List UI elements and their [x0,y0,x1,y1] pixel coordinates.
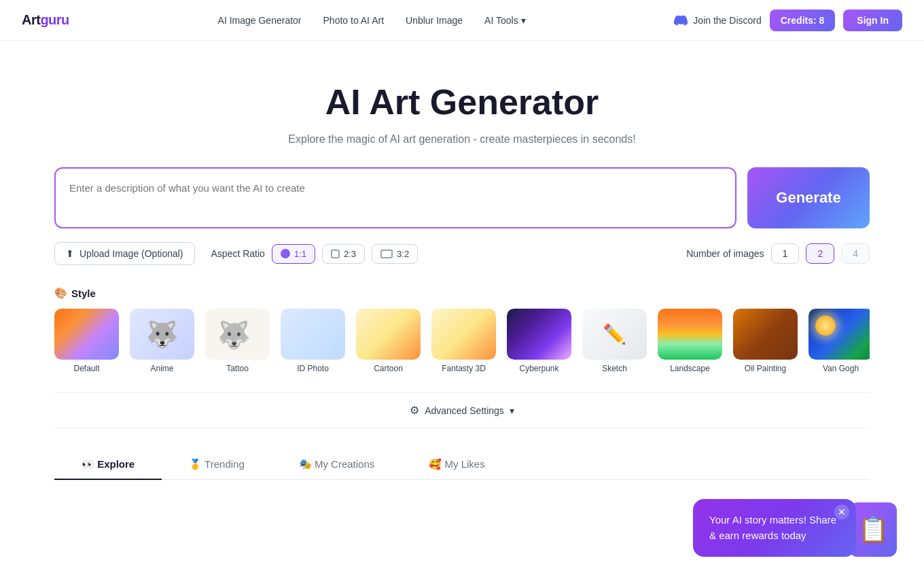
style-grid: Default 🐺 Anime 🐺 Tattoo ID Photo Cartoo… [54,309,870,376]
signin-button[interactable]: Sign In [843,10,902,31]
style-name-fantasy-3d: Fantasty 3D [431,364,496,373]
aspect-ratio-3-2[interactable]: 3:2 [372,244,418,264]
aspect-square-icon [331,250,340,258]
style-name-default: Default [54,364,119,373]
style-name-landscape: Landscape [658,364,722,373]
tab-label-my-likes: My Likes [444,458,484,470]
style-item-tattoo[interactable]: 🐺 Tattoo [205,309,270,373]
style-thumb-default [54,309,119,360]
style-item-cartoon[interactable]: Cartoon [356,309,421,373]
controls-row: ⬆ Upload Image (Optional) Aspect Ratio 1… [54,242,870,265]
tab-explore[interactable]: 👀 Explore [54,450,162,480]
aspect-ratio-section: Aspect Ratio 1:1 2:3 3:2 [211,244,419,264]
aspect-ratio-label: Aspect Ratio [211,248,265,259]
page-title: AI Art Generator [22,82,902,122]
style-item-van-gogh[interactable]: Van Gogh [808,309,870,373]
chevron-down-icon: ▾ [510,405,514,416]
style-name-cartoon: Cartoon [356,364,421,373]
advanced-settings-section: ⚙ Advanced Settings ▾ [54,392,870,428]
style-item-anime[interactable]: 🐺 Anime [130,309,194,373]
style-name-tattoo: Tattoo [205,364,270,373]
style-thumb-cyberpunk [507,309,571,360]
upload-image-button[interactable]: ⬆ Upload Image (Optional) [54,242,195,265]
tab-emoji-trending: 🥇 [189,458,202,470]
tab-my-creations[interactable]: 🎭 My Creations [272,450,402,480]
tabs-row: 👀 Explore🥇 Trending🎭 My Creations🥰 My Li… [54,450,870,480]
svg-text:🐺: 🐺 [217,319,251,351]
style-item-fantasy-3d[interactable]: Fantasty 3D [431,309,496,373]
style-item-cyberpunk[interactable]: Cyberpunk [507,309,571,373]
style-thumb-id-photo [281,309,345,360]
credits-button[interactable]: Credits: 8 [770,10,836,31]
style-thumb-oil-painting [733,309,798,360]
style-thumb-cartoon [356,309,421,360]
tab-emoji-my-likes: 🥰 [429,458,442,470]
style-thumb-van-gogh [808,309,870,360]
style-thumb-tattoo: 🐺 [205,309,270,360]
navbar: Artguru AI Image Generator Photo to AI A… [0,0,924,41]
nav-right: Join the Discord Credits: 8 Sign In [674,10,902,31]
style-name-cyberpunk: Cyberpunk [507,364,571,373]
style-item-landscape[interactable]: Landscape [658,309,722,373]
style-thumb-landscape [658,309,722,360]
img-count-2[interactable]: 2 [806,243,834,264]
img-count-1[interactable]: 1 [771,243,800,264]
gear-icon: ⚙ [410,404,419,417]
aspect-dot-icon [281,249,290,258]
nav-links: AI Image Generator Photo to AI Art Unblu… [218,15,526,26]
style-label: Style [71,288,96,299]
style-emoji: 🎨 [54,287,67,299]
style-name-anime: Anime [130,364,194,373]
popup-card: ✕ Your AI story matters! Share & earn re… [693,499,856,557]
popup-emoji: 📋 [858,515,889,544]
nav-ai-tools[interactable]: AI Tools ▾ [484,15,526,26]
popup-close-button[interactable]: ✕ [834,504,849,519]
prompt-input[interactable] [54,167,736,228]
style-item-oil-painting[interactable]: Oil Painting [733,309,798,373]
style-name-oil-painting: Oil Painting [733,364,798,373]
style-item-default[interactable]: Default [54,309,119,373]
style-name-van-gogh: Van Gogh [808,364,870,373]
popup-illustration: 📋 [849,502,897,557]
style-name-id-photo: ID Photo [281,364,345,373]
logo[interactable]: Artguru [22,12,69,28]
chevron-down-icon: ▾ [521,15,526,26]
hero-subtitle: Explore the magic of AI art generation -… [22,133,902,145]
generate-button[interactable]: Generate [747,167,870,228]
discord-icon [674,14,688,27]
prompt-row: Generate [54,167,870,228]
advanced-settings-button[interactable]: ⚙ Advanced Settings ▾ [410,404,514,417]
tab-label-trending: Trending [205,458,245,470]
tab-label-explore: Explore [97,458,135,470]
tab-my-likes[interactable]: 🥰 My Likes [402,450,512,480]
style-item-sketch[interactable]: ✏️ Sketch [582,309,647,373]
popup-message: Your AI story matters! Share & earn rewa… [709,514,836,541]
style-header: 🎨 Style [54,287,870,299]
style-section: 🎨 Style Default 🐺 Anime 🐺 Tattoo ID Phot… [54,287,870,376]
aspect-rect-icon [380,250,393,258]
popup-overlay: ✕ Your AI story matters! Share & earn re… [693,499,897,557]
style-thumb-sketch: ✏️ [582,309,647,360]
discord-button[interactable]: Join the Discord [674,14,761,27]
tab-trending[interactable]: 🥇 Trending [162,450,272,480]
nav-photo-to-ai-art[interactable]: Photo to AI Art [323,15,385,26]
tool-container: Generate ⬆ Upload Image (Optional) Aspec… [27,167,897,480]
num-images-section: Number of images 1 2 4 [686,243,870,264]
tab-emoji-my-creations: 🎭 [299,458,312,470]
tab-emoji-explore: 👀 [82,458,94,470]
upload-icon: ⬆ [66,248,74,259]
style-thumb-fantasy-3d [431,309,496,360]
style-item-id-photo[interactable]: ID Photo [281,309,345,373]
img-count-4[interactable]: 4 [841,243,870,264]
style-name-sketch: Sketch [582,364,647,373]
nav-unblur-image[interactable]: Unblur Image [406,15,463,26]
num-images-label: Number of images [686,248,764,259]
aspect-ratio-2-3[interactable]: 2:3 [322,244,365,264]
aspect-ratio-1-1[interactable]: 1:1 [272,244,315,264]
nav-ai-image-generator[interactable]: AI Image Generator [218,15,302,26]
style-thumb-anime: 🐺 [130,309,194,360]
tab-label-my-creations: My Creations [315,458,374,470]
hero-section: AI Art Generator Explore the magic of AI… [0,41,924,167]
